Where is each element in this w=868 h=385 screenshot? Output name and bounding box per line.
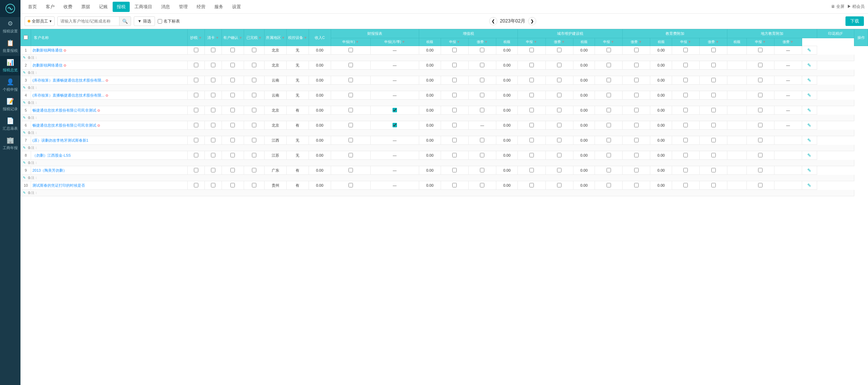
- yhs-shenbao-cell[interactable]: [746, 166, 774, 175]
- qingka-cell[interactable]: [204, 46, 222, 55]
- edit-icon[interactable]: ✎: [807, 123, 811, 128]
- jy-shenbao-checkbox[interactable]: [607, 63, 611, 67]
- csws-shenbao-cell[interactable]: [518, 136, 545, 145]
- csws-jiaofei-cell[interactable]: [545, 106, 573, 115]
- yhs-shenbao-checkbox[interactable]: [758, 78, 763, 82]
- zzs-shenbao-cell[interactable]: [441, 61, 468, 70]
- youhu-cell[interactable]: [222, 181, 244, 190]
- caibao-year-cell[interactable]: [331, 121, 370, 130]
- caibao-month-cell[interactable]: —: [370, 91, 419, 100]
- caibao-month-cell[interactable]: —: [370, 166, 419, 175]
- edit-icon[interactable]: ✎: [807, 183, 811, 188]
- sidebar-item-huizong[interactable]: 📄 汇总庙表: [0, 114, 20, 134]
- zzs-jiaofei-cell[interactable]: [468, 46, 496, 55]
- dfjy-jiaofei-cell[interactable]: [700, 121, 727, 130]
- dfjy-jiaofei-cell[interactable]: [700, 151, 727, 160]
- qingka-cell[interactable]: [204, 106, 222, 115]
- dfjy-shenbao-checkbox[interactable]: [683, 153, 688, 157]
- zzs-shenbao-cell[interactable]: [441, 151, 468, 160]
- qingka-checkbox[interactable]: [211, 63, 215, 67]
- jy-shenbao-cell[interactable]: [595, 136, 623, 145]
- youhu-checkbox[interactable]: [230, 63, 235, 67]
- zzs-jiaofei-cell[interactable]: [468, 106, 496, 115]
- edit-icon[interactable]: ✎: [807, 168, 811, 173]
- caibao-year-checkbox[interactable]: [348, 153, 353, 157]
- customer-name[interactable]: 2013（陶美芳勿删）: [31, 166, 188, 175]
- yiwanshui-cell[interactable]: [244, 151, 264, 160]
- chaoshui-checkbox[interactable]: [194, 183, 198, 187]
- customer-name[interactable]: 畅捷通信息技术股份有限公司民非测试⊙: [31, 121, 188, 130]
- yhs-shenbao-cell[interactable]: [746, 46, 774, 55]
- chaoshui-checkbox[interactable]: [194, 93, 198, 97]
- zzs-jiaofei-checkbox[interactable]: [480, 93, 484, 97]
- yhs-jiaofei-cell[interactable]: —: [774, 61, 802, 70]
- chaoshui-checkbox[interactable]: [194, 48, 198, 52]
- action-cell[interactable]: ✎: [802, 166, 817, 175]
- action-cell[interactable]: ✎: [802, 181, 817, 190]
- action-cell[interactable]: ✎: [802, 91, 817, 100]
- dfjy-jiaofei-checkbox[interactable]: [711, 48, 716, 52]
- qingka-checkbox[interactable]: [211, 78, 215, 82]
- yiwanshui-cell[interactable]: [244, 166, 264, 175]
- csws-jiaofei-checkbox[interactable]: [557, 108, 561, 112]
- yiwanshui-checkbox[interactable]: [252, 168, 256, 172]
- csws-shenbao-cell[interactable]: [518, 91, 545, 100]
- csws-jiaofei-checkbox[interactable]: [557, 153, 561, 157]
- dfjy-jiaofei-cell[interactable]: [700, 136, 727, 145]
- yhs-jiaofei-cell[interactable]: —: [774, 121, 802, 130]
- chaoshui-checkbox[interactable]: [194, 63, 198, 67]
- dfjy-shenbao-cell[interactable]: [672, 136, 699, 145]
- jy-jiaofei-cell[interactable]: [623, 46, 650, 55]
- dfjy-shenbao-cell[interactable]: [672, 76, 699, 85]
- chaoshui-checkbox[interactable]: [194, 138, 198, 142]
- zzs-shenbao-cell[interactable]: [441, 181, 468, 190]
- yhs-shenbao-checkbox[interactable]: [758, 123, 763, 127]
- csws-shenbao-cell[interactable]: [518, 181, 545, 190]
- zzs-shenbao-cell[interactable]: [441, 91, 468, 100]
- qingka-cell[interactable]: [204, 181, 222, 190]
- yiwanshui-cell[interactable]: [244, 121, 264, 130]
- yiwanshui-checkbox[interactable]: [252, 123, 256, 127]
- jy-shenbao-cell[interactable]: [595, 121, 623, 130]
- zzs-jiaofei-cell[interactable]: [468, 61, 496, 70]
- nav-baoshui[interactable]: 报税: [113, 2, 130, 12]
- caibao-month-cell[interactable]: —: [370, 46, 419, 55]
- csws-jiaofei-cell[interactable]: [545, 61, 573, 70]
- nav-jingying[interactable]: 经营: [193, 2, 210, 12]
- yiwanshui-checkbox[interactable]: [252, 48, 256, 52]
- note-cell[interactable]: ✎ 备注：: [21, 145, 854, 151]
- sidebar-item-baoshui-zonglan[interactable]: 📊 报税总览: [0, 56, 20, 75]
- dfjy-shenbao-checkbox[interactable]: [683, 123, 688, 127]
- csws-shenbao-checkbox[interactable]: [529, 138, 534, 142]
- chaoshui-cell[interactable]: [187, 166, 204, 175]
- filter-btn[interactable]: ▼ 筛选: [134, 16, 155, 26]
- customer-name[interactable]: 勿删新锐网络通信⊙: [31, 46, 188, 55]
- yhs-shenbao-cell[interactable]: [746, 106, 774, 115]
- dfjy-jiaofei-checkbox[interactable]: [711, 183, 716, 187]
- caibao-year-checkbox[interactable]: [348, 63, 353, 67]
- customer-name[interactable]: 畅捷通信息技术股份有限公司民非测试⊙: [31, 106, 188, 115]
- youhu-cell[interactable]: [222, 136, 244, 145]
- note-cell[interactable]: ✎ 备注：: [21, 175, 854, 181]
- edit-icon[interactable]: ✎: [807, 108, 811, 113]
- qingka-checkbox[interactable]: [211, 123, 215, 127]
- csws-jiaofei-cell[interactable]: [545, 151, 573, 160]
- yiwanshui-cell[interactable]: [244, 136, 264, 145]
- yhs-jiaofei-cell[interactable]: —: [774, 106, 802, 115]
- edit-icon[interactable]: ✎: [807, 138, 811, 143]
- chaoshui-cell[interactable]: [187, 106, 204, 115]
- employee-select[interactable]: 全部员工 ▾: [25, 16, 55, 26]
- chaoshui-checkbox[interactable]: [194, 78, 198, 82]
- csws-shenbao-checkbox[interactable]: [529, 108, 534, 112]
- csws-jiaofei-checkbox[interactable]: [557, 183, 561, 187]
- edit-icon[interactable]: ✎: [807, 77, 811, 83]
- customer-name[interactable]: (库存核算）直播畅捷通信息技术股份有限...⊙: [31, 76, 188, 85]
- youhu-cell[interactable]: [222, 106, 244, 115]
- yhs-jiaofei-cell[interactable]: [774, 136, 802, 145]
- zzs-shenbao-cell[interactable]: [441, 166, 468, 175]
- yhs-jiaofei-cell[interactable]: [774, 181, 802, 190]
- zzs-jiaofei-checkbox[interactable]: [480, 153, 484, 157]
- jy-shenbao-checkbox[interactable]: [607, 183, 611, 187]
- search-input[interactable]: [58, 19, 119, 24]
- yhs-shenbao-checkbox[interactable]: [758, 138, 763, 142]
